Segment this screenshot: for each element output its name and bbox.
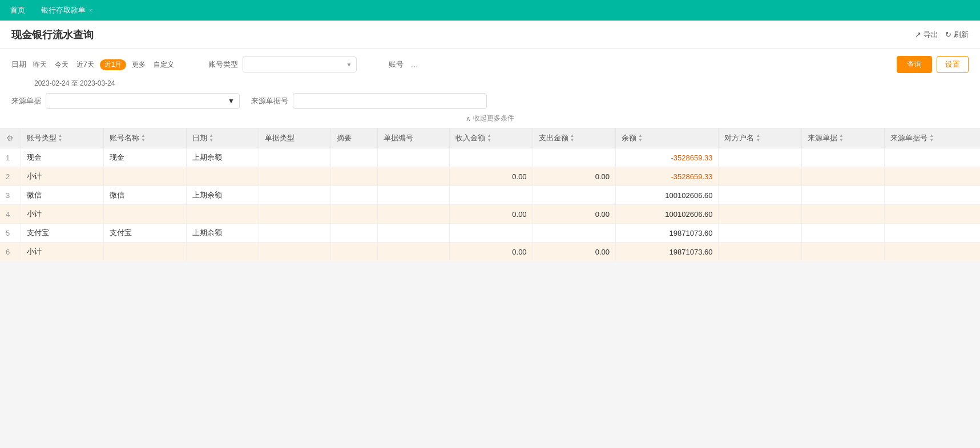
cell-balance: -3528659.33: [616, 167, 719, 186]
query-button[interactable]: 查询: [897, 56, 932, 73]
col-header-counterparty[interactable]: 对方户名▲▼: [719, 128, 801, 148]
cell-expense: 0.00: [533, 243, 615, 261]
cell-date: 上期余额: [187, 224, 259, 243]
cell-counterparty: [719, 167, 801, 186]
col-header-source_doc[interactable]: 来源单据▲▼: [801, 128, 884, 148]
page-title: 现金银行流水查询: [11, 28, 94, 42]
col-header-balance[interactable]: 余额▲▼: [616, 128, 719, 148]
cell-account_name: 微信: [103, 186, 186, 205]
date-range-display: 2023-02-24 至 2023-03-24: [11, 79, 969, 88]
col-header-account_type[interactable]: 账号类型▲▼: [21, 128, 103, 148]
close-icon[interactable]: ×: [89, 7, 92, 14]
filter-buttons: 查询 设置: [897, 56, 969, 73]
cell-source_doc_no: [885, 186, 980, 205]
export-button[interactable]: ↗ 导出: [915, 30, 938, 40]
col-header-settings: ⚙: [0, 128, 21, 148]
cell-source_doc_no: [885, 243, 980, 261]
cell-source_doc_no: [885, 224, 980, 243]
cell-expense: [533, 186, 615, 205]
cell-summary: [331, 167, 377, 186]
cell-income: 0.00: [450, 167, 533, 186]
col-header-account_name[interactable]: 账号名称▲▼: [103, 128, 186, 148]
data-table: ⚙账号类型▲▼账号名称▲▼日期▲▼单据类型摘要单据编号收入金额▲▼支出金额▲▼余…: [0, 128, 980, 261]
cell-doc_no: [377, 167, 449, 186]
account-filter: 账号 ...: [389, 59, 420, 70]
cell-counterparty: [719, 148, 801, 167]
cell-doc_type: [259, 186, 330, 205]
cell-index: 2: [0, 167, 21, 186]
filter-source-row: 来源单据 ▼ 来源单据号: [11, 93, 969, 109]
cell-account_type: 小计: [21, 167, 103, 186]
cell-balance: -3528659.33: [616, 148, 719, 167]
nav-tabs: 收款单×付款单×其他收入单×应收应付调整单×银行存取款单×预收冲应收单×收款核销…: [33, 0, 115, 21]
cell-doc_no: [377, 243, 449, 261]
col-header-expense[interactable]: 支出金额▲▼: [533, 128, 615, 148]
cell-account_type: 小计: [21, 243, 103, 261]
cell-date: [187, 205, 259, 224]
account-type-label: 账号类型: [208, 59, 238, 70]
date-shortcuts: 昨天今天近7天近1月更多自定义: [31, 59, 176, 70]
account-dots[interactable]: ...: [408, 59, 420, 70]
cell-source_doc: [801, 186, 884, 205]
page-header: 现金银行流水查询 ↗ 导出 ↻ 刷新: [0, 21, 980, 49]
nav-tab-银行存取款单[interactable]: 银行存取款单×: [33, 0, 115, 21]
table-row: 4小计0.000.00100102606.60: [0, 205, 980, 224]
chevron-down-icon: ▼: [346, 62, 352, 68]
refresh-icon: ↻: [945, 30, 951, 39]
table-body: 1现金现金上期余额-3528659.332小计0.000.00-3528659.…: [0, 148, 980, 261]
header-actions: ↗ 导出 ↻ 刷新: [915, 30, 969, 40]
cell-summary: [331, 148, 377, 167]
date-shortcut-更多[interactable]: 更多: [130, 59, 148, 70]
col-header-doc_type: 单据类型: [259, 128, 330, 148]
date-shortcut-近1月[interactable]: 近1月: [100, 59, 127, 70]
source-doc-filter: 来源单据 ▼: [11, 93, 240, 109]
cell-expense: [533, 224, 615, 243]
cell-account_name: 支付宝: [103, 224, 186, 243]
cell-expense: 0.00: [533, 205, 615, 224]
cell-account_name: [103, 205, 186, 224]
top-nav: 首页 收款单×付款单×其他收入单×应收应付调整单×银行存取款单×预收冲应收单×收…: [0, 0, 980, 21]
sort-arrows-income: ▲▼: [487, 134, 491, 143]
table-row: 1现金现金上期余额-3528659.33: [0, 148, 980, 167]
cell-source_doc: [801, 224, 884, 243]
cell-doc_no: [377, 205, 449, 224]
date-shortcut-自定义[interactable]: 自定义: [151, 59, 176, 70]
cell-counterparty: [719, 205, 801, 224]
cell-date: 上期余额: [187, 148, 259, 167]
settings-button[interactable]: 设置: [937, 56, 969, 73]
cell-doc_type: [259, 167, 330, 186]
cell-account_type: 微信: [21, 186, 103, 205]
col-header-date[interactable]: 日期▲▼: [187, 128, 259, 148]
filter-area: 日期 昨天今天近7天近1月更多自定义 账号类型 ▼ 账号 ... 查询 设置 2…: [0, 49, 980, 128]
nav-home[interactable]: 首页: [2, 0, 33, 21]
date-label: 日期: [11, 59, 26, 70]
cell-index: 5: [0, 224, 21, 243]
col-header-income[interactable]: 收入金额▲▼: [450, 128, 533, 148]
cell-index: 1: [0, 148, 21, 167]
source-chevron-icon: ▼: [228, 97, 235, 105]
cell-summary: [331, 243, 377, 261]
col-header-summary: 摘要: [331, 128, 377, 148]
cell-index: 3: [0, 186, 21, 205]
cell-counterparty: [719, 243, 801, 261]
date-filter: 日期 昨天今天近7天近1月更多自定义: [11, 59, 176, 70]
account-type-select[interactable]: ▼: [243, 56, 357, 72]
table-container: ⚙账号类型▲▼账号名称▲▼日期▲▼单据类型摘要单据编号收入金额▲▼支出金额▲▼余…: [0, 128, 980, 261]
date-shortcut-今天[interactable]: 今天: [53, 59, 71, 70]
cell-source_doc: [801, 167, 884, 186]
source-doc-select[interactable]: ▼: [46, 93, 240, 109]
collapse-bar[interactable]: ∧ 收起更多条件: [11, 114, 969, 123]
cell-date: [187, 243, 259, 261]
refresh-button[interactable]: ↻ 刷新: [945, 30, 969, 40]
cell-source_doc: [801, 243, 884, 261]
date-shortcut-昨天[interactable]: 昨天: [31, 59, 49, 70]
table-row: 3微信微信上期余额100102606.60: [0, 186, 980, 205]
date-shortcut-近7天[interactable]: 近7天: [74, 59, 96, 70]
col-header-source_doc_no[interactable]: 来源单据号▲▼: [885, 128, 980, 148]
cell-index: 6: [0, 243, 21, 261]
sort-arrows-account_type: ▲▼: [58, 134, 63, 143]
cell-expense: [533, 148, 615, 167]
table-settings-icon[interactable]: ⚙: [6, 134, 14, 143]
source-doc-no-input[interactable]: [293, 93, 487, 109]
account-type-filter: 账号类型 ▼: [208, 56, 357, 72]
